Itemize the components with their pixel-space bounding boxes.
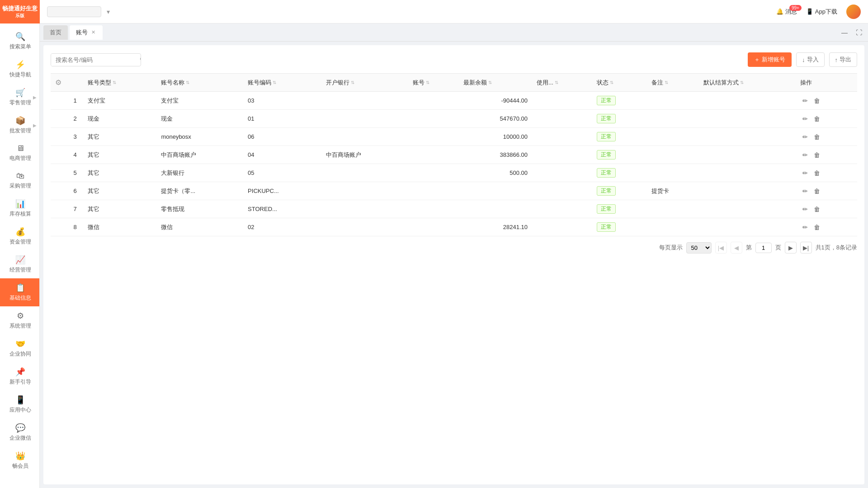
sort-icon[interactable]: ⇅: [555, 80, 558, 85]
search-button[interactable]: 🔍: [136, 54, 141, 66]
cell-code: 02: [243, 218, 321, 236]
cell-code: STORED...: [243, 200, 321, 218]
edit-button[interactable]: ✏: [800, 169, 810, 178]
sort-icon[interactable]: ⇅: [186, 80, 189, 85]
sidebar-item-label: 新手引导: [9, 378, 31, 386]
col-index: [67, 74, 83, 92]
sort-icon[interactable]: ⇅: [426, 80, 429, 85]
page-size-select[interactable]: 50 100 200: [686, 242, 712, 253]
prev-page-button[interactable]: ◀: [731, 242, 742, 253]
topbar-search-input[interactable]: [47, 6, 101, 17]
settings-icon[interactable]: ⚙: [55, 79, 61, 86]
tab-home-label: 首页: [50, 28, 61, 37]
cell-name: 中百商场账户: [156, 146, 243, 164]
sidebar-item-inventory[interactable]: 📊 库存核算: [0, 194, 39, 222]
cell-code: 05: [243, 164, 321, 182]
app-download-button[interactable]: 📱 App下载: [806, 8, 837, 16]
cell-action: ✏ 🗑: [796, 110, 857, 128]
cell-settings: [51, 182, 67, 200]
sidebar-item-wechat[interactable]: 💬 企业微信: [0, 418, 39, 446]
cell-bank: [321, 164, 408, 182]
edit-button[interactable]: ✏: [800, 96, 810, 105]
edit-button[interactable]: ✏: [800, 205, 810, 214]
shortcut-icon: ⚡: [15, 60, 25, 70]
edit-button[interactable]: ✏: [800, 132, 810, 141]
sidebar-item-ecommerce[interactable]: 🖥 电商管理: [0, 139, 39, 167]
sidebar-item-agreement[interactable]: 🤝 企业协同: [0, 334, 39, 362]
sort-icon[interactable]: ⇅: [665, 80, 668, 85]
sidebar-item-retail[interactable]: 🛒 零售管理 ▶: [0, 83, 39, 111]
cell-settings: [51, 92, 67, 110]
export-button[interactable]: ↑ 导出: [829, 52, 858, 67]
edit-button[interactable]: ✏: [800, 150, 810, 160]
tab-account[interactable]: 账号 ✕: [70, 25, 103, 40]
cell-name: 现金: [156, 110, 243, 128]
cell-bank: [321, 218, 408, 236]
delete-button[interactable]: 🗑: [811, 223, 822, 232]
sidebar-item-shortcut[interactable]: ⚡ 快捷导航: [0, 55, 39, 83]
edit-button[interactable]: ✏: [800, 223, 810, 232]
delete-button[interactable]: 🗑: [811, 205, 822, 214]
sidebar-item-purchase[interactable]: 🛍 采购管理: [0, 167, 39, 194]
add-account-button[interactable]: ＋ 新增账号: [748, 52, 792, 67]
sort-icon[interactable]: ⇅: [488, 80, 492, 85]
sidebar-item-label: 资金管理: [9, 238, 31, 246]
tab-minimize-button[interactable]: —: [839, 27, 850, 38]
delete-button[interactable]: 🗑: [811, 96, 822, 105]
tab-home[interactable]: 首页: [43, 25, 68, 40]
cell-code: 06: [243, 128, 321, 146]
sidebar-item-system[interactable]: ⚙ 系统管理: [0, 306, 39, 334]
cell-name: 微信: [156, 218, 243, 236]
sort-icon[interactable]: ⇅: [740, 80, 744, 85]
cell-default-payment: [699, 182, 795, 200]
cell-default-payment: [699, 146, 795, 164]
cell-index: 2: [67, 110, 83, 128]
sidebar-item-operations[interactable]: 📈 经营管理: [0, 250, 39, 278]
user-avatar[interactable]: [846, 5, 861, 19]
sidebar-item-search[interactable]: 🔍 搜索菜单: [0, 27, 39, 55]
cell-balance: 10000.00: [459, 128, 532, 146]
table-row: 6 其它 提货卡（零... PICKUPC... 正常 提货卡 ✏ 🗑: [51, 182, 857, 200]
col-usage-label: 使用...: [537, 79, 553, 87]
delete-button[interactable]: 🗑: [811, 187, 822, 196]
sidebar-item-wholesale[interactable]: 📦 批发管理 ▶: [0, 111, 39, 139]
edit-button[interactable]: ✏: [800, 187, 810, 196]
edit-button[interactable]: ✏: [800, 114, 810, 123]
topbar-left: ▾: [47, 6, 110, 17]
cell-type: 微信: [83, 218, 156, 236]
delete-button[interactable]: 🗑: [811, 132, 822, 141]
delete-button[interactable]: 🗑: [811, 169, 822, 178]
search-input[interactable]: [51, 54, 136, 66]
cell-usage: [532, 92, 592, 110]
app-logo: 畅捷通好生意 乐版: [0, 0, 40, 23]
sort-icon[interactable]: ⇅: [610, 80, 613, 85]
sidebar-item-newbie[interactable]: 📌 新手引导: [0, 362, 39, 390]
delete-button[interactable]: 🗑: [811, 150, 822, 160]
cell-name: moneybosx: [156, 128, 243, 146]
tab-close-button[interactable]: ✕: [90, 29, 96, 36]
sort-icon[interactable]: ⇅: [273, 80, 276, 85]
sort-icon[interactable]: ⇅: [113, 80, 116, 85]
message-button[interactable]: 🔔 消息 99+: [776, 8, 797, 16]
sidebar-item-finance[interactable]: 💰 资金管理: [0, 222, 39, 250]
add-account-label: 新增账号: [762, 56, 785, 64]
app-download-label: App下载: [815, 8, 837, 16]
first-page-button[interactable]: |◀: [715, 242, 727, 253]
sidebar-item-member[interactable]: 👑 畅会员: [0, 446, 39, 474]
sidebar-item-label: 应用中心: [9, 406, 31, 414]
next-page-button[interactable]: ▶: [785, 242, 797, 253]
topbar-dropdown-icon[interactable]: ▾: [107, 8, 110, 15]
col-code-label: 账号编码: [248, 79, 271, 87]
sidebar-item-basic[interactable]: 📋 基础信息: [0, 278, 39, 306]
cell-type: 其它: [83, 164, 156, 182]
cell-action: ✏ 🗑: [796, 218, 857, 236]
import-button[interactable]: ↓ 导入: [796, 52, 825, 67]
delete-button[interactable]: 🗑: [811, 114, 822, 123]
tab-maximize-button[interactable]: ⛶: [854, 27, 864, 38]
page-number-input[interactable]: [755, 243, 772, 253]
newbie-icon: 📌: [15, 367, 25, 377]
last-page-button[interactable]: ▶|: [800, 242, 812, 253]
col-bank-label: 开户银行: [326, 79, 349, 87]
sidebar-item-appcenter[interactable]: 📱 应用中心: [0, 390, 39, 418]
sort-icon[interactable]: ⇅: [351, 80, 354, 85]
